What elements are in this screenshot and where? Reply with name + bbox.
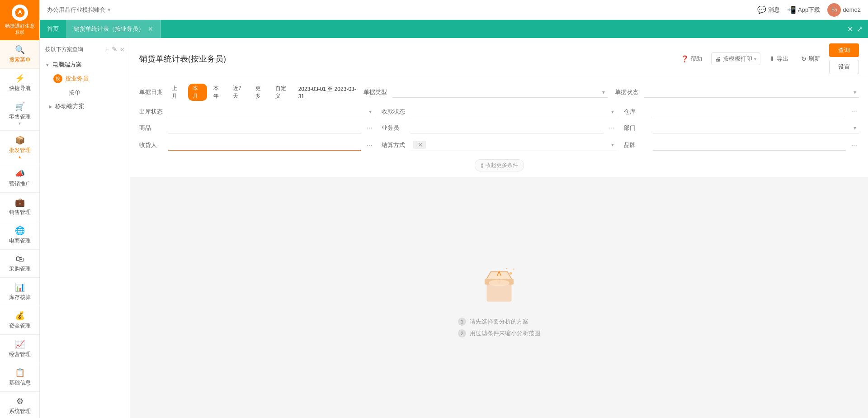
query-btn[interactable]: 查询 (829, 43, 859, 57)
avatar: Ea (827, 3, 841, 17)
filter-row-4: 收货人 ··· 结算方式 ✕ ▾ (139, 139, 859, 151)
filter-settlement: 结算方式 ✕ ▾ (382, 139, 617, 151)
brand-label: 品牌 (624, 141, 649, 149)
sidebar-item-finance[interactable]: 💰 资金管理 (0, 306, 39, 335)
sidebar-item-marketing[interactable]: 📣 营销推广 (0, 164, 39, 193)
app-download-btn[interactable]: 📲 App下载 (787, 5, 820, 14)
date-tab-this-month[interactable]: 本月 (188, 84, 207, 101)
download-icon: 📲 (787, 5, 796, 14)
brand-dots[interactable]: ··· (849, 141, 859, 149)
goods-input[interactable] (168, 123, 361, 133)
retail-expand: ▾ (19, 121, 21, 126)
sidebar-item-sales[interactable]: 💼 销售管理 (0, 193, 39, 221)
svg-point-1 (19, 10, 21, 13)
system-icon: ⚙ (16, 396, 24, 406)
refresh-btn[interactable]: ↻ 刷新 (797, 53, 824, 65)
scheme-group-pc-arrow: ▼ (45, 62, 50, 67)
empty-illustration (472, 258, 526, 312)
goods-label: 商品 (139, 124, 165, 132)
message-btn[interactable]: 💬 消息 (757, 5, 780, 14)
sidebar-label-finance: 资金管理 (9, 322, 31, 330)
filter-out-status: 出库状态 ▾ (139, 107, 374, 117)
sidebar-label-search: 搜索菜单 (9, 56, 31, 64)
sidebar-item-inventory[interactable]: 📊 库存核算 (0, 278, 39, 306)
app-logo[interactable]: 畅捷通好生意 标版 (0, 0, 40, 40)
scheme-salesperson-label: 按业务员 (65, 75, 89, 83)
tab-expand-icon[interactable]: ⤢ (857, 25, 863, 33)
type-label: 单据类型 (363, 88, 389, 96)
brand-input[interactable] (653, 140, 846, 151)
settlement-tag-remove[interactable]: ✕ (418, 141, 423, 148)
message-label: 消息 (768, 6, 780, 14)
help-label: 帮助 (690, 55, 702, 63)
svg-point-7 (513, 268, 514, 270)
salesperson-input[interactable] (410, 123, 604, 133)
sidebar-item-ops[interactable]: 📈 经营管理 (0, 335, 39, 363)
tip-text-2: 用过滤条件来缩小分析范围 (470, 329, 540, 337)
sidebar-item-retail[interactable]: 🛒 零售管理 ▾ (0, 97, 39, 131)
goods-dots[interactable]: ··· (365, 124, 374, 132)
filter-receiver: 收货人 ··· (139, 140, 374, 151)
app-selector[interactable]: 办公用品行业模拟账套 ▾ (47, 6, 111, 14)
settlement-chevron: ▾ (611, 142, 614, 148)
date-tab-last-month[interactable]: 上月 (168, 84, 185, 101)
tab-sales-stats[interactable]: 销货单统计表（按业务员） ✕ (66, 20, 161, 38)
sidebar-item-quicknav[interactable]: ⚡ 快捷导航 (0, 69, 39, 97)
sidebar-item-search[interactable]: 🔍 搜索菜单 (0, 40, 39, 69)
sidebar-item-system[interactable]: ⚙ 系统管理 (0, 392, 39, 418)
tab-bar: 首页 销货单统计表（按业务员） ✕ ✕ ⤢ (40, 20, 868, 38)
help-btn[interactable]: ❓ 帮助 (677, 53, 706, 65)
warehouse-input[interactable] (653, 106, 846, 117)
type-select[interactable]: ▾ (392, 87, 608, 98)
warehouse-dots[interactable]: ··· (849, 108, 859, 116)
svg-point-6 (509, 272, 512, 275)
sidebar-label-basics: 基础信息 (9, 379, 31, 387)
sidebar-item-purchase[interactable]: 🛍 采购管理 (0, 250, 39, 278)
edit-scheme-btn[interactable]: ✎ (112, 45, 118, 53)
user-menu[interactable]: Ea demo2 (827, 3, 861, 17)
collapse-panel-btn[interactable]: « (120, 45, 124, 53)
basics-icon: 📋 (15, 368, 25, 378)
status-select[interactable]: ▾ (644, 87, 859, 98)
date-tabs: 上月 本月 本年 近7天 更多 自定义 2023-03-01 至 2023-03… (168, 84, 356, 101)
tab-close-icon[interactable]: ✕ (148, 26, 153, 32)
scheme-group-pc[interactable]: ▼ 电脑端方案 (40, 58, 130, 71)
status-label: 单据状态 (615, 88, 640, 96)
tab-home[interactable]: 首页 (40, 20, 66, 38)
username: demo2 (843, 6, 861, 13)
out-select[interactable]: ▾ (168, 107, 374, 117)
search-icon: 🔍 (15, 45, 25, 55)
refresh-label: 刷新 (808, 55, 820, 63)
scheme-group-mobile[interactable]: ▶ 移动端方案 (40, 100, 130, 113)
scheme-item-by-salesperson[interactable]: 按 按业务员 (40, 71, 130, 86)
tab-close-all-icon[interactable]: ✕ (847, 25, 853, 33)
settlement-select[interactable]: ✕ ▾ (410, 139, 617, 151)
tab-bar-right: ✕ ⤢ (842, 25, 868, 33)
date-tab-more[interactable]: 更多 (252, 84, 269, 101)
dept-select[interactable]: ▾ (653, 123, 859, 133)
date-tab-this-year[interactable]: 本年 (210, 84, 227, 101)
date-tab-custom[interactable]: 自定义 (272, 84, 294, 101)
sidebar-label-inventory: 库存核算 (9, 294, 31, 301)
add-scheme-btn[interactable]: + (105, 45, 109, 53)
page-header: 销货单统计表(按业务员) ❓ 帮助 🖨 按模板打印 ▾ ⬇ 导出 (130, 38, 868, 78)
tip-num-1: 1 (458, 318, 466, 326)
scheme-item-by-order[interactable]: 按单 (40, 86, 130, 100)
ecom-icon: 🌐 (15, 226, 25, 236)
sidebar-item-wholesale[interactable]: 📦 批发管理 ▴ (0, 131, 39, 164)
sidebar-item-basics[interactable]: 📋 基础信息 (0, 363, 39, 392)
logo-icon (12, 5, 28, 21)
date-tab-7days[interactable]: 近7天 (229, 84, 249, 101)
print-template-btn[interactable]: 🖨 按模板打印 ▾ (711, 52, 760, 65)
receiver-dots[interactable]: ··· (365, 141, 374, 149)
collapse-btn[interactable]: ⟪ 收起更多条件 (475, 159, 524, 171)
filter-pay-status: 收款状态 ▾ (382, 107, 617, 117)
salesperson-dots[interactable]: ··· (607, 124, 617, 132)
settings-btn[interactable]: 设置 (829, 60, 859, 74)
inventory-icon: 📊 (15, 282, 25, 292)
help-icon: ❓ (681, 55, 689, 62)
export-btn[interactable]: ⬇ 导出 (766, 53, 792, 65)
sidebar-item-ecom[interactable]: 🌐 电商管理 (0, 221, 39, 250)
pay-select[interactable]: ▾ (410, 107, 617, 117)
receiver-input[interactable] (168, 140, 361, 151)
